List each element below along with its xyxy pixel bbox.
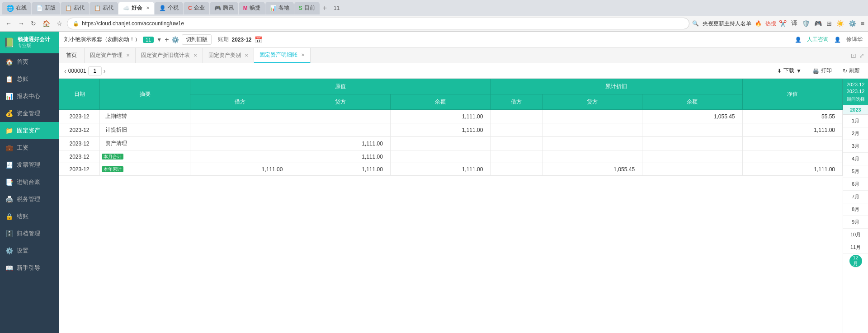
translate-icon[interactable]: 译 bbox=[791, 19, 797, 28]
sidebar-item-payroll[interactable]: 💼 工资 bbox=[0, 139, 59, 156]
tab-muqian[interactable]: S 目前 bbox=[294, 2, 320, 14]
sidebar-item-tax[interactable]: 🖨️ 税务管理 bbox=[0, 191, 59, 208]
tab-fixed-mgmt-close[interactable]: ✕ bbox=[126, 53, 130, 58]
period-month-2[interactable]: 2月 bbox=[843, 127, 868, 140]
tab-home-page[interactable]: 首页 bbox=[59, 48, 85, 63]
switch-version-button[interactable]: 切到旧版 bbox=[182, 34, 212, 45]
refresh-button[interactable]: ↻ 刷新 bbox=[840, 66, 863, 75]
sidebar-item-funds[interactable]: 💰 资金管理 bbox=[0, 105, 59, 122]
expand-button[interactable]: ⤢ bbox=[859, 52, 864, 59]
new-doc-icon: 📄 bbox=[36, 5, 43, 11]
sidebar: 📗 畅捷通好会计 专业版 🏠 首页 📋 总账 📊 报表中心 💰 资金管理 bbox=[0, 32, 59, 333]
user-avatar-icon: 👤 bbox=[834, 37, 841, 43]
grid-icon[interactable]: ⊞ bbox=[826, 20, 832, 27]
cell-orig-credit: 1,111.00 bbox=[290, 150, 390, 163]
sidebar-item-invoice[interactable]: 🧾 发票管理 bbox=[0, 156, 59, 174]
tab-detail-close[interactable]: ✕ bbox=[301, 52, 305, 57]
back-button[interactable]: ← bbox=[4, 19, 14, 28]
tab-geshui[interactable]: 👤 个税 bbox=[155, 2, 183, 14]
minimize-button[interactable]: ⊡ bbox=[851, 52, 856, 59]
tab-tencent[interactable]: 🎮 腾讯 bbox=[210, 2, 238, 14]
support-label[interactable]: 人工咨询 bbox=[807, 36, 829, 43]
page-number-input[interactable] bbox=[88, 66, 102, 75]
table-row: 2023-12 计提折旧 1,111.00 1,111.00 bbox=[59, 123, 843, 137]
cell-net-value: 1,111.00 bbox=[742, 163, 842, 176]
period-month-3[interactable]: 3月 bbox=[843, 140, 868, 153]
tab-asset-detail-ledger[interactable]: 固定资产明细账 ✕ bbox=[254, 48, 311, 63]
sidebar-item-archive[interactable]: 🗄️ 归档管理 bbox=[0, 225, 59, 242]
reload-button[interactable]: ↻ bbox=[29, 19, 38, 28]
tab-gedi[interactable]: 📊 各地 bbox=[265, 2, 294, 14]
period-month-5[interactable]: 5月 bbox=[843, 165, 868, 178]
period-month-7[interactable]: 7月 bbox=[843, 191, 868, 203]
sidebar-item-home[interactable]: 🏠 首页 bbox=[0, 53, 59, 70]
dropdown-icon[interactable]: ▼ bbox=[156, 37, 162, 43]
url-bar[interactable]: 🔒 https://cloud.chanjet.com/accounting/u… bbox=[67, 18, 689, 29]
home-button[interactable]: 🏠 bbox=[41, 19, 52, 28]
sidebar-item-closing[interactable]: 🔒 结账 bbox=[0, 208, 59, 225]
print-button[interactable]: 🖨️ 打印 bbox=[810, 66, 835, 75]
col-accum-credit: 贷方 bbox=[542, 94, 642, 110]
tab-dep-stat-close[interactable]: ✕ bbox=[193, 53, 197, 58]
calendar-icon[interactable]: 📅 bbox=[255, 36, 262, 43]
tab-enterprise[interactable]: C 企业 bbox=[184, 2, 209, 14]
cell-orig-debit bbox=[190, 150, 290, 163]
tab-online[interactable]: 🌐 在线 bbox=[2, 2, 31, 14]
sidebar-item-purchase-sales[interactable]: 📑 进销台账 bbox=[0, 174, 59, 191]
cell-accum-credit: 1,055.45 bbox=[542, 163, 642, 176]
period-month-6[interactable]: 6月 bbox=[843, 178, 868, 191]
period-month-11[interactable]: 11月 bbox=[843, 241, 868, 254]
enterprise-icon: C bbox=[188, 5, 192, 11]
tencent-icon: 🎮 bbox=[214, 5, 221, 11]
cell-orig-debit bbox=[190, 137, 290, 150]
period-month-4[interactable]: 4月 bbox=[843, 153, 868, 165]
period-month-8[interactable]: 8月 bbox=[843, 203, 868, 216]
tab-fixed-assets-mgmt[interactable]: 固定资产管理 ✕ bbox=[85, 48, 136, 63]
period-selected-2: 2023.12 bbox=[844, 88, 867, 95]
period-month-12[interactable]: 12月 bbox=[849, 255, 862, 267]
period-month-9[interactable]: 9月 bbox=[843, 216, 868, 229]
settings-account-btn[interactable]: ⚙️ bbox=[171, 36, 179, 43]
logo-subtitle: 专业版 bbox=[18, 42, 50, 49]
sidebar-item-settings[interactable]: ⚙️ 设置 bbox=[0, 242, 59, 259]
tab-changjie[interactable]: M 畅捷 bbox=[239, 2, 265, 14]
brightness-icon[interactable]: ☀️ bbox=[836, 20, 844, 27]
next-page-button[interactable]: › bbox=[104, 67, 106, 75]
cell-summary: 资产清理 bbox=[100, 137, 190, 150]
scissors-icon[interactable]: ✂️ bbox=[779, 20, 787, 27]
menu-icon[interactable]: ≡ bbox=[861, 20, 864, 27]
sidebar-item-guide[interactable]: 📖 新手引导 bbox=[0, 259, 59, 277]
sidebar-purchase-label: 进销台账 bbox=[17, 178, 40, 186]
sidebar-item-ledger[interactable]: 📋 总账 bbox=[0, 70, 59, 88]
cell-net-value: 55.55 bbox=[742, 110, 842, 123]
tab-yidai1-label: 易代 bbox=[74, 4, 85, 12]
tab-depreciation-stat[interactable]: 固定资产折旧统计表 ✕ bbox=[136, 48, 203, 63]
tab-new[interactable]: 📄 新版 bbox=[32, 2, 60, 14]
sidebar-item-fixed-assets[interactable]: 📁 固定资产 bbox=[0, 122, 59, 139]
tab-haohui-close[interactable]: ✕ bbox=[146, 5, 150, 10]
period-panel: 2023.12 2023.12 期间选择 2023 1月 2月 3月 4月 5月… bbox=[843, 79, 868, 333]
bookmark-button[interactable]: ☆ bbox=[55, 19, 64, 28]
add-account-btn[interactable]: + bbox=[165, 36, 169, 44]
new-tab-button[interactable]: + bbox=[320, 3, 330, 13]
sidebar-item-reports[interactable]: 📊 报表中心 bbox=[0, 88, 59, 105]
tab-yidai2[interactable]: 📋 易代 bbox=[90, 2, 118, 14]
online-icon: 🌐 bbox=[6, 5, 14, 12]
settings-icon[interactable]: ⚙️ bbox=[849, 20, 856, 27]
download-button[interactable]: ⬇ 下载 ▼ bbox=[774, 66, 804, 75]
extension-icon[interactable]: 🛡️ bbox=[802, 20, 810, 27]
period-month-1[interactable]: 1月 bbox=[843, 115, 868, 127]
forward-button[interactable]: → bbox=[16, 19, 26, 28]
period-month-10[interactable]: 10月 bbox=[843, 229, 868, 241]
cell-accum-credit bbox=[542, 150, 642, 163]
gamepad-icon[interactable]: 🎮 bbox=[814, 20, 822, 27]
tab-yidai1[interactable]: 📋 易代 bbox=[61, 2, 89, 14]
cell-accum-debit bbox=[491, 163, 542, 176]
tab-asset-category[interactable]: 固定资产类别 ✕ bbox=[203, 48, 254, 63]
geshui-icon: 👤 bbox=[159, 5, 166, 11]
table-row: 2023-12 上期结转 1,111.00 1,055.45 55.55 bbox=[59, 110, 843, 123]
tab-category-close[interactable]: ✕ bbox=[245, 53, 248, 58]
tab-haohui[interactable]: ☁️ 好会 ✕ bbox=[118, 2, 154, 14]
prev-page-button[interactable]: ‹ bbox=[64, 67, 66, 75]
tab-bar: 🌐 在线 📄 新版 📋 易代 📋 易代 ☁️ 好会 ✕ 👤 个税 C 企业 bbox=[0, 0, 868, 16]
